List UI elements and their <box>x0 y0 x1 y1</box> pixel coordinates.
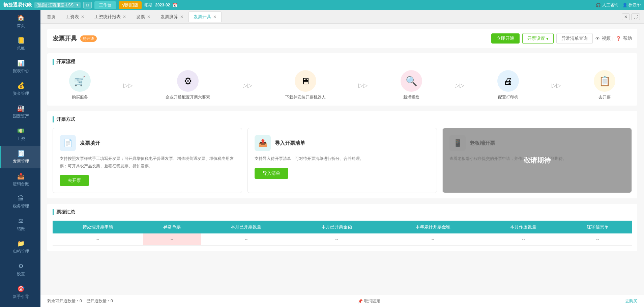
flow-section-title: 开票流程 <box>53 59 632 65</box>
company-select[interactable]: (勉励) 江西服室-LSS <box>34 2 81 8</box>
tab-home[interactable]: 首页 <box>42 11 61 22</box>
tab-invoice-calc-close[interactable]: ✕ <box>180 15 183 19</box>
import-method-desc: 支持导入待开票清单，可对待开票清单进行拆分、合并处理。 <box>255 155 430 163</box>
th-month-amount: 本月已开票金额 <box>291 221 382 233</box>
sidebar-item-tax[interactable]: 🏛 税务管理 <box>0 191 40 213</box>
import-method-title: 导入开票清单 <box>275 140 305 146</box>
buy-service-label: 购买服务 <box>72 94 88 100</box>
summary-section: 票据汇总 待处理开票申请 异常单票 本月已开票数量 本月已开票金额 本年累计开票… <box>47 204 637 251</box>
tab-salary-report-close[interactable]: ✕ <box>123 15 126 19</box>
sidebar-label-home: 首页 <box>17 23 25 29</box>
go-invoice-button[interactable]: 去开票 <box>60 175 89 186</box>
top-bar-left: 畅捷通易代账 (勉励) 江西服室-LSS □ 工作台 切到旧版 账期 2023-… <box>3 1 178 9</box>
flow-step-buy: 🛒 购买服务 <box>69 70 91 100</box>
tab-fullscreen-button[interactable]: ⛶ <box>631 13 640 20</box>
main-layout: 🏠 首页 📒 总账 📊 报表中心 💰 资金管理 🏭 固定资产 💵 工资 🧾 发票… <box>0 10 644 307</box>
settlement-icon: ⚖ <box>18 217 24 225</box>
funds-icon: 💰 <box>17 82 25 89</box>
top-bar-right: 🎧 人工咨询 👤 徐汉华 <box>596 2 641 8</box>
help-label[interactable]: 帮助 <box>623 35 632 41</box>
sidebar-label-settlement: 结账 <box>17 226 25 232</box>
tab-invoice-close[interactable]: ✕ <box>147 15 150 19</box>
download-robot-icon: 🖥 <box>295 70 316 92</box>
tab-bar: 首页 工资表 ✕ 工资统计报表 ✕ 发票 ✕ 发票测算 ✕ 发票开具 ✕ <box>40 10 644 24</box>
sidebar-item-settings[interactable]: ⚙ 设置 <box>0 258 40 281</box>
import-list-button[interactable]: 导入清单 <box>255 168 288 179</box>
help-icon: ❓ <box>616 36 621 41</box>
arrow-1: ▷▷ <box>123 82 133 89</box>
sidebar-item-reports[interactable]: 📊 报表中心 <box>0 55 40 78</box>
tab-invoice[interactable]: 发票 ✕ <box>131 11 155 22</box>
sidebar-item-member[interactable]: V 畅会员 <box>0 304 40 307</box>
company-selector[interactable]: (勉励) 江西服室-LSS <box>34 2 81 8</box>
sidebar-item-newbie[interactable]: 🎯 新手引导 <box>0 281 40 304</box>
sidebar-item-assets[interactable]: 🏭 固定资产 <box>0 101 40 123</box>
tab-invoice-calc[interactable]: 发票测算 ✕ <box>155 11 188 22</box>
period-calendar-icon[interactable]: 📅 <box>173 3 178 7</box>
method-card-import: 📤 导入开票清单 支持导入待开票清单，可对待开票清单进行拆分、合并处理。 导入清… <box>247 128 437 193</box>
pin-footer-icon: 📌 <box>358 299 363 304</box>
copy-button[interactable]: □ <box>83 2 92 8</box>
view-label[interactable]: 视频 <box>602 35 611 41</box>
tab-invoice-label: 发票 <box>136 14 145 20</box>
flow-step-config: ⚙ 企业开通配置开票六要素 <box>166 70 210 100</box>
footer-info: 剩余可开通数量：0 已开通数量：0 <box>47 298 113 304</box>
reports-icon: 📊 <box>17 59 25 67</box>
tab-salary-table-close[interactable]: ✕ <box>81 15 84 19</box>
manual-method-title: 发票填开 <box>80 140 100 146</box>
td-void-count: -- <box>484 233 563 246</box>
user-avatar[interactable]: 👤 徐汉华 <box>622 2 641 8</box>
sidebar-item-purchase[interactable]: 📥 进销台账 <box>0 168 40 191</box>
abnormal-list-button[interactable]: 异常清单查询 <box>556 33 593 44</box>
tab-close-all-button[interactable]: ✕ <box>622 13 630 20</box>
sidebar-label-reports: 报表中心 <box>13 68 29 74</box>
flow-step-printer: 🖨 配置打印机 <box>497 70 519 100</box>
arrow-3: ▷▷ <box>358 82 368 89</box>
flow-step-download: 🖥 下载并安装开票机器人 <box>285 70 326 100</box>
buy-service-icon: 🛒 <box>69 70 91 92</box>
th-year-amount: 本年累计开票金额 <box>382 221 484 233</box>
tab-salary-report[interactable]: 工资统计报表 ✕ <box>89 11 131 22</box>
sidebar-item-invoice[interactable]: 🧾 发票管理 <box>0 146 40 168</box>
customer-service[interactable]: 🎧 人工咨询 <box>596 2 618 8</box>
td-month-count: -- <box>201 233 292 246</box>
td-pending: -- <box>53 233 143 246</box>
sidebar-label-ledger: 总账 <box>17 46 25 51</box>
issue-icon: 📋 <box>594 70 615 92</box>
td-red-note: -- <box>563 233 632 246</box>
archive-icon: 📁 <box>17 240 25 247</box>
sidebar-item-funds[interactable]: 💰 资金管理 <box>0 78 40 101</box>
issue-label: 去开票 <box>598 94 611 100</box>
flow-section: 开票流程 🛒 购买服务 ▷▷ ⚙ 企业开通配置开票六要素 ▷▷ 🖥 下载并安装开… <box>47 53 637 106</box>
sidebar-label-tax: 税务管理 <box>13 203 29 209</box>
summary-section-title: 票据汇总 <box>53 209 632 215</box>
tab-salary-table[interactable]: 工资表 ✕ <box>61 11 89 22</box>
download-robot-label: 下载并安装开票机器人 <box>285 94 326 100</box>
th-void-count: 本月作废数量 <box>484 221 563 233</box>
tab-invoice-tool[interactable]: 发票开具 ✕ <box>188 11 222 22</box>
sidebar-item-ledger[interactable]: 📒 总账 <box>0 33 40 55</box>
ticket-settings-button[interactable]: 开票设置 ▾ <box>522 33 554 44</box>
tab-invoice-tool-close[interactable]: ✕ <box>213 15 216 19</box>
settings-dropdown-label: 开票设置 <box>527 35 545 41</box>
buy-link[interactable]: 去购买 <box>625 298 637 304</box>
user-name-label: 徐汉华 <box>628 3 641 7</box>
immediate-open-button[interactable]: 立即开通 <box>491 33 520 44</box>
sidebar-label-assets: 固定资产 <box>13 113 29 119</box>
invoice-icon: 🧾 <box>17 150 25 157</box>
divider: | <box>613 36 614 41</box>
old-version-button[interactable]: 切到旧版 <box>119 1 142 9</box>
arrow-5: ▷▷ <box>552 82 561 89</box>
td-month-amount: -- <box>291 233 382 246</box>
footer-pin[interactable]: 📌 取消固定 <box>358 298 380 304</box>
sidebar-item-settlement[interactable]: ⚖ 结账 <box>0 213 40 236</box>
purchase-icon: 📥 <box>17 172 25 180</box>
pin-footer-label: 取消固定 <box>364 298 380 304</box>
sidebar-item-home[interactable]: 🏠 首页 <box>0 10 40 33</box>
workbench-button[interactable]: 工作台 <box>94 1 116 9</box>
sidebar-label-purchase: 进销台账 <box>13 181 29 187</box>
top-bar: 畅捷通易代账 (勉励) 江西服室-LSS □ 工作台 切到旧版 账期 2023-… <box>0 0 644 10</box>
sidebar-item-salary[interactable]: 💵 工资 <box>0 123 40 146</box>
newbie-icon: 🎯 <box>17 285 25 292</box>
sidebar-item-archive[interactable]: 📁 归档管理 <box>0 236 40 258</box>
